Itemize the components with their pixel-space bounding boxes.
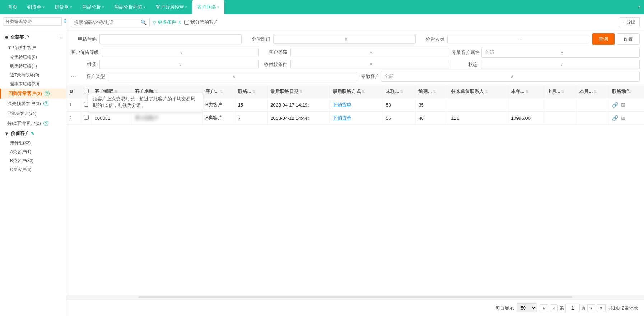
action-link-icon-1[interactable]: 🔗 — [612, 102, 618, 108]
per-page-label: 每页显示 — [495, 305, 514, 311]
toolbar-search-input[interactable] — [74, 20, 140, 25]
sort-unit-icon[interactable]: ⇅ — [485, 90, 488, 94]
nav-home[interactable]: 首页 — [3, 0, 22, 14]
sidebar-all-customers[interactable]: ⊞ 全部客户 « — [0, 32, 66, 43]
col-settings[interactable]: ⚙ — [66, 85, 81, 98]
sidebar-search-icon[interactable]: 🔍 — [63, 19, 66, 24]
action-grid-icon-1[interactable]: ⊞ — [621, 102, 625, 108]
filter-area: 电话号码 分管部门 ∨ 分管人员 ··· — [66, 30, 644, 85]
settings-button[interactable]: 设置 — [617, 33, 640, 45]
sort-last-month-icon[interactable]: ⇅ — [561, 90, 564, 94]
nav-product-analysis[interactable]: 商品分析 × — [77, 0, 109, 14]
sort-overdue-icon[interactable]: ⇅ — [433, 90, 436, 94]
status-arrow-icon: ∨ — [560, 62, 636, 67]
sidebar-pending-header[interactable]: ▼ 待联络客户 — [0, 43, 66, 53]
table-row: 2 000031 李小花客户 A类客户 7 2023-04-12 14:44: … — [66, 112, 644, 125]
last-page-button[interactable]: » — [597, 304, 606, 312]
select-all-checkbox[interactable] — [84, 89, 89, 93]
nav-product-analysis-close[interactable]: × — [102, 5, 104, 9]
continuous-down-info-icon[interactable]: ? — [43, 121, 48, 126]
nav-product-analysis-list-close[interactable]: × — [143, 5, 145, 9]
nav-purchase-order[interactable]: 进货单 × — [50, 0, 77, 14]
nav-sales-order[interactable]: 销货单 × — [22, 0, 50, 14]
nav-customer-segment[interactable]: 客户分层经营 × — [151, 0, 192, 14]
sidebar-c-class[interactable]: C类客户(6) — [0, 165, 66, 174]
payment-select[interactable]: ∨ — [290, 60, 449, 69]
sidebar-ungroup[interactable]: 未分组(32) — [0, 138, 66, 147]
col-overdue-header: 逾期...⇅ — [416, 85, 448, 98]
zero-attr-select[interactable]: 全部 ∨ — [481, 47, 640, 58]
sort-unlinkable-icon[interactable]: ⇅ — [400, 90, 403, 94]
sidebar-tomorrow-pending[interactable]: 明天待联络(1) — [0, 62, 66, 71]
filter-row-2: 客户价格等级 ∨ 客户等级 ∨ 零散客户属性 全部 — [71, 47, 640, 58]
price-level-select[interactable]: ∨ — [102, 48, 259, 57]
sort-year-icon[interactable]: ⇅ — [525, 90, 528, 94]
value-customer-edit-icon[interactable]: ✎ — [31, 131, 34, 136]
row-method-2[interactable]: 下销货单 — [330, 112, 383, 125]
per-page-select[interactable]: 50 100 200 — [517, 303, 537, 312]
sidebar-repurchase-abnormal[interactable]: 回购异常客户(2) ? — [0, 89, 66, 99]
sidebar-lost-actual[interactable]: 已流失客户(24) — [0, 109, 66, 118]
query-button[interactable]: 查询 — [592, 33, 615, 45]
sort-level-icon[interactable]: ⇅ — [220, 90, 223, 94]
action-link-icon-2[interactable]: 🔗 — [612, 115, 618, 121]
repurchase-info-icon[interactable]: ? — [45, 91, 50, 96]
sidebar-continuous-down[interactable]: 持续下滑客户(2) ? — [0, 118, 66, 128]
row-this-month-1 — [576, 98, 609, 112]
hscroll-thumb[interactable] — [138, 296, 572, 298]
export-button[interactable]: ↑ 导出 — [619, 17, 640, 27]
sidebar-b-class[interactable]: B类客户(33) — [0, 156, 66, 165]
sidebar-value-customer-header[interactable]: ▼ 价值客户 ✎ — [0, 128, 66, 138]
sort-contact-icon[interactable]: ⇅ — [252, 90, 255, 94]
dept-arrow-icon: ∨ — [344, 37, 412, 42]
nav-product-analysis-list[interactable]: 商品分析列表 × — [109, 0, 150, 14]
person-select[interactable]: ··· — [447, 35, 589, 43]
sidebar-7days-pending[interactable]: 近7天待联络(0) — [0, 71, 66, 80]
tooltip-box: 距客户上次交易时长，超过了此客户的平均交易周期的1.5倍，则视为异常。 — [88, 93, 203, 112]
next-page-button[interactable]: › — [587, 304, 595, 312]
lost-pre-info-icon[interactable]: ? — [43, 101, 48, 106]
nav-purchase-order-close[interactable]: × — [70, 5, 72, 9]
customer-type-select[interactable]: ∨ — [108, 72, 358, 81]
sidebar-a-class[interactable]: A类客户(1) — [0, 147, 66, 156]
gender-select[interactable]: ∨ — [99, 60, 259, 69]
sidebar-lost-pre-warning[interactable]: 流失预警客户(3) ? — [0, 99, 66, 109]
filter-row-3: 性质 ∨ 收付款条件 ∨ 状态 — [71, 60, 640, 69]
status-select[interactable]: ∨ — [481, 60, 640, 69]
sidebar-today-pending[interactable]: 今天待联络(0) — [0, 53, 66, 62]
row-2-checkbox[interactable] — [84, 115, 89, 120]
filter-more-icon[interactable]: ··· — [71, 73, 76, 80]
more-conditions-button[interactable]: ▽ 更多条件 ∧ — [153, 19, 181, 25]
toolbar-search-box: 🔍 — [71, 18, 150, 27]
sort-this-month-icon[interactable]: ⇅ — [594, 90, 597, 94]
row-name-2[interactable]: 李小花客户 — [132, 112, 202, 125]
prev-page-button[interactable]: ‹ — [550, 304, 558, 312]
toolbar-search-icon[interactable]: 🔍 — [140, 19, 147, 25]
payment-label: 收付款条件 — [261, 61, 290, 68]
my-customer-checkbox[interactable] — [184, 20, 189, 25]
nav-sales-order-close[interactable]: × — [42, 5, 45, 9]
sidebar-search-input[interactable] — [3, 17, 62, 26]
zero-attr-arrow-icon: ∨ — [561, 50, 636, 55]
action-grid-icon-2[interactable]: ⊞ — [621, 115, 625, 121]
action-icons-1: 🔗 ⊞ — [612, 102, 641, 108]
window-close-button[interactable]: × — [638, 4, 641, 10]
customer-level-select[interactable]: ∨ — [290, 48, 449, 57]
toolbar: 🔍 ▽ 更多条件 ∧ 我分管的客户 ↑ 导出 — [66, 14, 644, 30]
sidebar-overdue-pending[interactable]: 逾期未联络(30) — [0, 80, 66, 89]
first-page-button[interactable]: « — [540, 304, 549, 312]
sort-date-icon[interactable]: ⇅ — [300, 90, 302, 94]
nav-customer-contact-close[interactable]: × — [217, 5, 219, 9]
row-contact-2: 7 — [235, 112, 268, 125]
row-method-1[interactable]: 下销货单 — [330, 98, 383, 112]
page-number-input[interactable] — [565, 304, 580, 312]
phone-input[interactable] — [99, 34, 242, 44]
nav-customer-contact[interactable]: 客户联络 × — [192, 0, 224, 14]
zero-customer-select[interactable]: 全部 ∨ — [381, 71, 640, 82]
sort-method-icon[interactable]: ⇅ — [362, 90, 365, 94]
dept-select[interactable]: ∨ — [273, 35, 416, 44]
row-checkbox-2[interactable] — [81, 112, 92, 125]
nav-customer-segment-close[interactable]: × — [185, 5, 187, 9]
horizontal-scrollbar[interactable] — [66, 295, 644, 300]
page-navigation: « ‹ 第 页 › » — [540, 304, 606, 312]
